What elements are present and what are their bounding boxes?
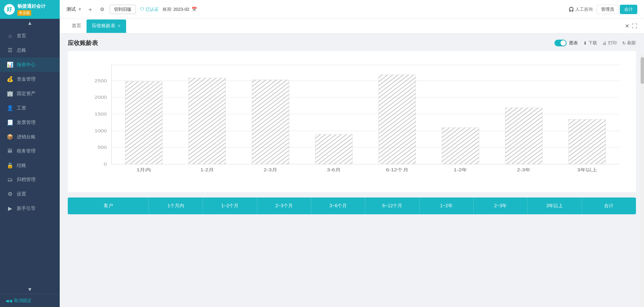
sidebar-item-label: 报表中心 [17,62,36,68]
table-header: 客户 1个月内 1~2个月 2~3个月 3~6个月 6~12个月 1~2年 2~… [68,198,636,214]
svg-text:500: 500 [98,145,107,150]
settings-gear-button[interactable]: ⚙ [99,5,106,14]
archive-icon: 🗂 [7,177,13,183]
sidebar-item-assets[interactable]: 🏢 固定资产 [0,86,60,101]
manager-button[interactable]: 管理员 [597,5,619,14]
sidebar-item-home[interactable]: ⌂ 首页 [0,29,60,43]
period-display: 账期 2023-02 📅 [163,6,197,12]
page-actions: 图表 ⬇ 下载 🖨 打印 ↻ 刷新 [554,40,636,46]
scrollbar-thumb[interactable] [641,57,644,84]
toggle-thumb [560,40,566,46]
project-name: 测试 [66,6,76,12]
payroll-icon: 👤 [7,105,13,111]
svg-text:2500: 2500 [95,79,107,83]
scroll-up-btn[interactable]: ▲ [0,19,60,28]
sidebar-item-close[interactable]: 🔒 结账 [0,158,60,173]
calendar-icon[interactable]: 📅 [192,7,197,12]
col-2-3month: 2~3个月 [257,198,311,214]
sidebar-item-archive[interactable]: 🗂 归档管理 [0,173,60,187]
chart-container: 0 500 1000 1500 2000 2500 1月内 1-2月 [68,51,636,192]
refresh-button[interactable]: ↻ 刷新 [622,40,636,46]
svg-text:1-2月: 1-2月 [200,168,214,172]
tab-home-label: 首页 [72,23,81,29]
sidebar-item-reports[interactable]: 📊 报表中心 [0,57,60,72]
sidebar-item-inventory[interactable]: 📦 进销台账 [0,130,60,144]
sidebar-item-label: 结账 [17,163,26,169]
sidebar-item-label: 首页 [17,33,26,39]
bar-chart: 0 500 1000 1500 2000 2500 1月内 1-2月 [74,58,629,185]
tab-home[interactable]: 首页 [66,19,87,33]
tab-close-icon[interactable]: ✕ [117,24,121,28]
svg-text:1500: 1500 [95,112,107,117]
col-customer: 客户 [68,198,149,214]
sidebar-item-label: 工资 [17,105,26,111]
chevron-up-icon: ▲ [27,20,33,26]
sidebar-item-label: 进销台账 [17,134,36,140]
chevron-down-icon: ▼ [78,7,82,12]
switch-old-version-button[interactable]: 切到旧版 [110,5,136,14]
certified-badge: 🛡 已认证 [140,6,159,12]
expand-button[interactable]: ⛶ [632,23,637,29]
svg-text:3-6月: 3-6月 [327,168,341,172]
svg-rect-26 [442,128,479,164]
refresh-label: 刷新 [627,40,636,46]
sidebar-item-invoice[interactable]: 🧾 发票管理 [0,115,60,130]
add-project-button[interactable]: ＋ [86,4,95,15]
svg-text:2-3年: 2-3年 [517,168,531,172]
chart-toggle-label: 图表 [569,40,578,46]
svg-text:6-12个月: 6-12个月 [386,168,409,172]
unpin-button[interactable]: ◀◀ 取消固定 [0,294,60,307]
svg-rect-28 [505,108,542,164]
sidebar-item-finance[interactable]: 💰 资金管理 [0,72,60,86]
print-button[interactable]: 🖨 打印 [602,40,617,46]
print-label: 打印 [608,40,617,46]
svg-text:1月内: 1月内 [137,168,151,172]
download-icon: ⬇ [583,41,587,46]
unpin-label: 取消固定 [14,298,32,304]
svg-text:3年以上: 3年以上 [577,168,597,172]
sidebar-item-label: 发票管理 [17,120,36,126]
period-text-label: 账期 [163,6,171,12]
logo-text: 畅捷通好会计 专业版 [17,3,46,16]
topbar: 测试 ▼ ＋ ⚙ 切到旧版 🛡 已认证 账期 2023-02 📅 🎧 人工咨询 … [60,0,644,19]
download-label: 下载 [588,40,597,46]
sidebar-item-label: 固定资产 [17,91,36,97]
scrollbar-track[interactable] [641,54,644,307]
certified-label: 已认证 [146,6,159,12]
download-button[interactable]: ⬇ 下载 [583,40,597,46]
refresh-icon: ↻ [622,41,626,46]
svg-rect-16 [125,82,162,164]
scroll-down-btn[interactable]: ▼ [0,285,60,294]
toggle-track[interactable] [554,40,567,46]
svg-text:2-3月: 2-3月 [264,168,277,172]
sidebar-item-tax[interactable]: 🏛 税务管理 [0,144,60,158]
sidebar-item-label: 资金管理 [17,76,36,82]
svg-rect-30 [569,120,605,164]
col-3-6month: 3~6个月 [311,198,365,214]
svg-rect-24 [379,75,416,164]
aging-table: 客户 1个月内 1~2个月 2~3个月 3~6个月 6~12个月 1~2年 2~… [68,198,636,214]
col-1-2month: 1~2个月 [203,198,257,214]
reports-icon: 📊 [7,61,13,68]
project-selector[interactable]: 测试 ▼ [66,6,82,12]
sidebar-item-settings[interactable]: ⚙ 设置 [0,187,60,201]
ledger-icon: ☰ [7,47,13,53]
assets-icon: 🏢 [7,90,13,97]
tab-aging-report[interactable]: 应收账龄表 ✕ [87,19,126,33]
chart-toggle[interactable]: 图表 [554,40,578,46]
app-logo: 好 畅捷通好会计 专业版 [0,0,60,19]
inventory-icon: 📦 [7,134,13,140]
consult-button[interactable]: 🎧 人工咨询 [569,6,593,12]
unpin-icon: ◀◀ [5,298,12,303]
close-panel-button[interactable]: ✕ [625,23,629,29]
tax-icon: 🏛 [7,148,13,154]
svg-text:1000: 1000 [95,128,107,133]
accountant-button[interactable]: 会计 [620,5,637,14]
svg-text:2000: 2000 [95,95,107,100]
svg-rect-20 [252,80,289,164]
svg-text:1-2年: 1-2年 [454,168,468,172]
sidebar-item-ledger[interactable]: ☰ 总账 [0,43,60,57]
sidebar-item-label: 设置 [17,191,26,197]
sidebar-item-newbie[interactable]: ▶ 新手引导 [0,201,60,216]
sidebar-item-payroll[interactable]: 👤 工资 [0,101,60,115]
